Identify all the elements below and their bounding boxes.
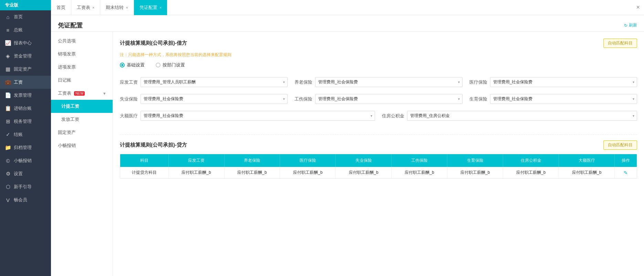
select-wrap-sybx[interactable]: 管理费用_社会保险费 ▾ bbox=[141, 94, 288, 104]
field-sybx2: 生育保险 管理费用_社会保险费 ▾ bbox=[469, 94, 637, 104]
home-icon: ⌂ bbox=[5, 14, 11, 20]
sidebar-item-home[interactable]: ⌂ 首页 bbox=[0, 10, 51, 23]
sidebar-item-guide[interactable]: ⬡ 新手引导 bbox=[0, 180, 51, 193]
tab-close-period[interactable]: × bbox=[126, 6, 128, 10]
field-gsbx: 工伤保险 管理费用_社会保险费 ▾ bbox=[294, 94, 462, 104]
fund-icon: ◈ bbox=[5, 53, 11, 59]
select-yfgz[interactable]: 管理费用_管理人员职工薪酬 bbox=[141, 77, 288, 87]
left-nav-journal[interactable]: 日记账 bbox=[51, 74, 113, 87]
select-gsbx[interactable]: 管理费用_社会保险费 bbox=[315, 94, 462, 104]
tab-voucher-config[interactable]: 凭证配置 × bbox=[134, 0, 167, 15]
select-wrap-gsbx[interactable]: 管理费用_社会保险费 ▾ bbox=[315, 94, 462, 104]
select-wrap-yfgz[interactable]: 管理费用_管理人员职工薪酬 ▾ bbox=[141, 77, 288, 87]
tab-close-voucher[interactable]: × bbox=[159, 6, 162, 10]
sidebar-item-closing[interactable]: ✓ 结账 bbox=[0, 128, 51, 141]
debit-section: 计提核算规则(公司承担)-借方 自动匹配科目 注：只能选择一种方式，系统将按照您… bbox=[120, 39, 637, 124]
left-nav-calc-salary[interactable]: 计提工资 bbox=[51, 100, 113, 113]
select-wrap-ylbx[interactable]: 管理费用_社会保险费 ▾ bbox=[315, 77, 462, 87]
sidebar-item-fund[interactable]: ◈ 资金管理 bbox=[0, 50, 51, 63]
left-nav-sales-invoice[interactable]: 销项发票 bbox=[51, 47, 113, 61]
refresh-button[interactable]: ↻ 刷新 bbox=[624, 22, 637, 28]
select-wrap-ylbx2[interactable]: 管理费用_社会保险费 ▾ bbox=[490, 77, 637, 87]
table-row: 计提贷方科目 应付职工薪酬_b 应付职工薪酬_b 应付职工薪酬_b 应付职工薪酬… bbox=[120, 167, 637, 178]
label-gsbx: 工伤保险 bbox=[294, 96, 312, 102]
sidebar-item-sales-ledger[interactable]: 📋 进销台账 bbox=[0, 102, 51, 115]
left-nav-salary-table[interactable]: 工资表 NEW ▾ bbox=[51, 87, 113, 100]
sidebar-item-label: 报表中心 bbox=[14, 40, 32, 46]
left-nav-sales-invoice-label: 销项发票 bbox=[58, 51, 76, 57]
radio-basic[interactable]: 基础设置 bbox=[120, 62, 145, 68]
sidebar-item-expense[interactable]: © 小畅报销 bbox=[0, 154, 51, 167]
field-yfgz: 应发工资 管理费用_管理人员职工薪酬 ▾ bbox=[120, 77, 288, 87]
window-close-button[interactable]: × bbox=[632, 0, 644, 15]
credit-section: 计提核算规则(公司承担)-贷方 自动匹配科目 科目 应发工资 养老保险 医疗保险… bbox=[120, 140, 637, 179]
select-zfgjj[interactable]: 管理费用_住房公积金 bbox=[407, 111, 637, 121]
sidebar-item-label: 畅会员 bbox=[14, 197, 27, 203]
member-icon: V bbox=[5, 197, 11, 203]
sidebar-item-invoice-mgmt[interactable]: 📄 发票管理 bbox=[0, 89, 51, 102]
page-title: 凭证配置 bbox=[58, 21, 83, 30]
tab-period-close[interactable]: 期末结转 × bbox=[100, 0, 134, 15]
credit-auto-match-button[interactable]: 自动匹配科目 bbox=[603, 140, 637, 150]
tab-home[interactable]: 首页 bbox=[51, 0, 71, 15]
left-nav-small-expense[interactable]: 小畅报销 bbox=[51, 139, 113, 152]
left-nav-distribute-salary-label: 发放工资 bbox=[61, 116, 79, 123]
select-ylbx2[interactable]: 管理费用_社会保险费 bbox=[490, 77, 637, 87]
sidebar-item-reports[interactable]: 📈 报表中心 bbox=[0, 36, 51, 50]
ledger-icon: ≡ bbox=[5, 27, 11, 33]
tab-voucher-config-label: 凭证配置 bbox=[139, 4, 157, 11]
sidebar-item-tax[interactable]: ⊞ 税务管理 bbox=[0, 115, 51, 128]
select-wrap-dayl[interactable]: 管理费用_社会保险费 ▾ bbox=[141, 111, 375, 121]
sidebar-item-archive[interactable]: 📁 归档管理 bbox=[0, 141, 51, 154]
tab-close-salary[interactable]: × bbox=[92, 6, 94, 10]
radio-basic-label: 基础设置 bbox=[127, 62, 145, 68]
sidebar-item-member[interactable]: V 畅会员 bbox=[0, 193, 51, 206]
cell-val-2: 应付职工薪酬_b bbox=[280, 167, 336, 178]
edit-icon[interactable]: ✎ bbox=[624, 170, 628, 176]
left-nav-public[interactable]: 公共选项 bbox=[51, 34, 113, 47]
select-wrap-zfgjj[interactable]: 管理费用_住房公积金 ▾ bbox=[407, 111, 637, 121]
select-sybx2[interactable]: 管理费用_社会保险费 bbox=[490, 94, 637, 104]
cell-action[interactable]: ✎ bbox=[615, 167, 637, 178]
debit-form-row3: 大额医疗 管理费用_社会保险费 ▾ 住房公积金 管理费用_住房公积金 ▾ bbox=[120, 107, 637, 124]
left-nav-fixed-assets-label: 固定资产 bbox=[58, 129, 76, 136]
field-sybx: 失业保险 管理费用_社会保险费 ▾ bbox=[120, 94, 288, 104]
page-header: 凭证配置 ↻ 刷新 bbox=[51, 15, 644, 32]
sidebar-item-label: 税务管理 bbox=[14, 118, 32, 125]
sidebar-item-label: 资金管理 bbox=[14, 53, 32, 59]
sidebar-item-settings[interactable]: ⚙ 设置 bbox=[0, 167, 51, 180]
left-nav-distribute-salary[interactable]: 发放工资 bbox=[51, 113, 113, 126]
select-ylbx[interactable]: 管理费用_社会保险费 bbox=[315, 77, 462, 87]
sidebar-item-salary[interactable]: 💼 工资 bbox=[0, 76, 51, 89]
cell-val-5: 应付职工薪酬_b bbox=[447, 167, 503, 178]
field-zfgjj: 住房公积金 管理费用_住房公积金 ▾ bbox=[382, 111, 637, 121]
cell-val-3: 应付职工薪酬_b bbox=[336, 167, 392, 178]
left-nav-journal-label: 日记账 bbox=[58, 77, 71, 83]
radio-by-dept[interactable]: 按部门设置 bbox=[156, 62, 185, 68]
left-nav-fixed-assets[interactable]: 固定资产 bbox=[51, 126, 113, 139]
tax-icon: ⊞ bbox=[5, 118, 11, 125]
sidebar-item-label: 设置 bbox=[14, 171, 23, 177]
tab-salary-table[interactable]: 工资表 × bbox=[71, 0, 100, 15]
sales-icon: 📋 bbox=[5, 105, 11, 112]
col-subject: 科目 bbox=[120, 154, 168, 167]
select-sybx[interactable]: 管理费用_社会保险费 bbox=[141, 94, 288, 104]
debit-section-title: 计提核算规则(公司承担)-借方 bbox=[120, 40, 187, 46]
left-nav-calc-salary-label: 计提工资 bbox=[61, 103, 79, 109]
archive-icon: 📁 bbox=[5, 145, 11, 151]
chart-icon: 📈 bbox=[5, 40, 11, 46]
col-yfgz: 应发工资 bbox=[168, 154, 224, 167]
cell-subject: 计提贷方科目 bbox=[120, 167, 168, 178]
expense-icon: © bbox=[5, 158, 11, 164]
debit-auto-match-button[interactable]: 自动匹配科目 bbox=[603, 39, 637, 48]
left-nav-purchase-invoice[interactable]: 进项发票 bbox=[51, 61, 113, 74]
field-ylbx: 养老保险 管理费用_社会保险费 ▾ bbox=[294, 77, 462, 87]
label-dayl: 大额医疗 bbox=[120, 113, 138, 119]
sidebar-item-fixed-assets[interactable]: ▦ 固定资产 bbox=[0, 63, 51, 76]
sidebar-item-general-ledger[interactable]: ≡ 总账 bbox=[0, 23, 51, 36]
select-dayl[interactable]: 管理费用_社会保险费 bbox=[141, 111, 375, 121]
radio-group: 基础设置 按部门设置 bbox=[120, 62, 637, 68]
select-wrap-sybx2[interactable]: 管理费用_社会保险费 ▾ bbox=[490, 94, 637, 104]
left-nav-small-expense-label: 小畅报销 bbox=[58, 142, 76, 149]
label-sybx2: 生育保险 bbox=[469, 96, 487, 102]
